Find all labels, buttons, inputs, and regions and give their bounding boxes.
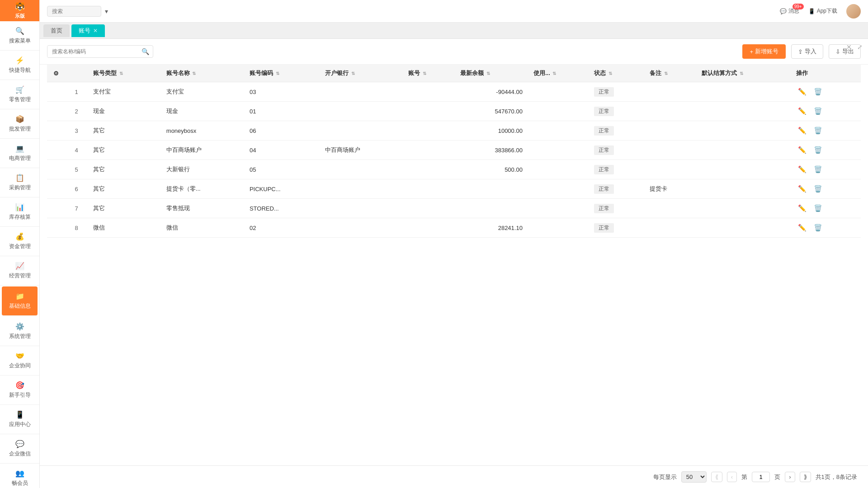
- sidebar-item-quicknav[interactable]: ⚡ 快捷导航: [0, 51, 39, 80]
- row-status: 正常: [589, 121, 644, 141]
- row-settings: [47, 82, 65, 102]
- add-account-button[interactable]: + 新增账号: [742, 44, 786, 59]
- search-button[interactable]: 🔍: [138, 46, 153, 57]
- search-input[interactable]: [47, 46, 138, 57]
- sort-icon: ⇅: [664, 71, 668, 76]
- tab-home[interactable]: 首页: [43, 24, 70, 37]
- row-code: 06: [244, 121, 320, 141]
- delete-button[interactable]: 🗑️: [812, 164, 824, 174]
- col-type[interactable]: 账号类型 ⇅: [88, 65, 161, 82]
- row-status: 正常: [589, 160, 644, 179]
- main-area: ▾ 💬 消息 99+ 📱 App下载 首页 账号 ✕ ✕: [40, 0, 868, 488]
- table-row: 6 其它 提货卡（零... PICKUPC... 正常 提货卡 ✏️ 🗑️: [47, 179, 861, 199]
- edit-button[interactable]: ✏️: [796, 106, 808, 116]
- sidebar-item-guide[interactable]: 🎯 新手引导: [0, 375, 39, 405]
- row-usage: [528, 102, 589, 121]
- sidebar-item-label: 零售管理: [9, 96, 31, 103]
- sidebar-item-member[interactable]: 👥 畅会员: [0, 464, 39, 488]
- col-remark[interactable]: 备注 ⇅: [644, 65, 696, 82]
- sidebar-item-basic[interactable]: 📁 基础信息: [2, 286, 38, 316]
- edit-button[interactable]: ✏️: [796, 145, 808, 155]
- sidebar-item-search[interactable]: 🔍 搜索菜单: [0, 21, 39, 51]
- user-avatar[interactable]: [846, 4, 861, 19]
- row-default-payment: [696, 179, 791, 199]
- edit-button[interactable]: ✏️: [796, 223, 808, 233]
- sidebar-item-appcenter[interactable]: 📱 应用中心: [0, 405, 39, 434]
- row-bank: [320, 102, 403, 121]
- page-first-button[interactable]: ⟪: [711, 472, 722, 482]
- sidebar-item-wechat[interactable]: 💬 企业微信: [0, 434, 39, 464]
- row-type: 其它: [88, 121, 161, 141]
- page-number-input[interactable]: [752, 472, 770, 482]
- col-settings[interactable]: ⚙: [47, 65, 65, 82]
- row-actions: ✏️ 🗑️: [791, 160, 861, 179]
- quicknav-icon: ⚡: [15, 56, 24, 65]
- col-usage[interactable]: 使用... ⇅: [528, 65, 589, 82]
- sidebar-item-system[interactable]: ⚙️ 系统管理: [0, 317, 39, 346]
- ecommerce-icon: 💻: [15, 144, 24, 153]
- retail-icon: 🛒: [15, 85, 24, 94]
- col-code[interactable]: 账号编码 ⇅: [244, 65, 320, 82]
- page-size-select[interactable]: 50 20 100: [681, 471, 707, 483]
- window-expand-button[interactable]: ⤢: [855, 42, 864, 52]
- col-status[interactable]: 状态 ⇅: [589, 65, 644, 82]
- row-usage: [528, 141, 589, 160]
- tab-account[interactable]: 账号 ✕: [71, 24, 105, 37]
- row-code: 05: [244, 160, 320, 179]
- sort-icon: ⇅: [276, 71, 279, 76]
- delete-button[interactable]: 🗑️: [812, 87, 824, 97]
- logo-icon: 🐯: [15, 2, 25, 12]
- sidebar-item-inventory[interactable]: 📊 库存核算: [0, 197, 39, 227]
- col-name[interactable]: 账号名称 ⇅: [161, 65, 244, 82]
- delete-button[interactable]: 🗑️: [812, 145, 824, 155]
- col-account[interactable]: 账号 ⇅: [403, 65, 455, 82]
- app-download-button[interactable]: 📱 App下载: [808, 7, 837, 15]
- edit-button[interactable]: ✏️: [796, 203, 808, 213]
- row-code: 01: [244, 102, 320, 121]
- edit-button[interactable]: ✏️: [796, 87, 808, 97]
- delete-button[interactable]: 🗑️: [812, 223, 824, 233]
- edit-button[interactable]: ✏️: [796, 184, 808, 194]
- delete-button[interactable]: 🗑️: [812, 203, 824, 213]
- status-badge: 正常: [594, 126, 614, 136]
- sidebar-item-ecommerce[interactable]: 💻 电商管理: [0, 139, 39, 168]
- page-prev-button[interactable]: ‹: [727, 472, 737, 482]
- row-usage: [528, 199, 589, 218]
- row-bank: [320, 218, 403, 238]
- page-suffix: 页: [774, 473, 780, 481]
- sidebar-item-agreement[interactable]: 🤝 企业协同: [0, 346, 39, 375]
- col-balance[interactable]: 最新余额 ⇅: [455, 65, 528, 82]
- page-last-button[interactable]: ⟫: [800, 472, 811, 482]
- tab-close-icon[interactable]: ✕: [93, 28, 98, 33]
- sort-icon: ⇅: [192, 71, 196, 76]
- edit-button[interactable]: ✏️: [796, 164, 808, 174]
- delete-button[interactable]: 🗑️: [812, 184, 824, 194]
- col-bank[interactable]: 开户银行 ⇅: [320, 65, 403, 82]
- delete-button[interactable]: 🗑️: [812, 126, 824, 136]
- row-name: 大新银行: [161, 160, 244, 179]
- sidebar-item-operation[interactable]: 📈 经营管理: [0, 256, 39, 286]
- edit-button[interactable]: ✏️: [796, 126, 808, 136]
- row-type: 现金: [88, 102, 161, 121]
- message-icon: 💬: [780, 8, 787, 14]
- top-search-input[interactable]: [47, 6, 101, 17]
- sidebar-item-purchase[interactable]: 📋 采购管理: [0, 168, 39, 197]
- sidebar-item-capital[interactable]: 💰 资金管理: [0, 227, 39, 256]
- sidebar-item-label: 资金管理: [9, 243, 31, 250]
- row-idx: 2: [65, 102, 88, 121]
- row-default-payment: [696, 82, 791, 102]
- col-default-payment[interactable]: 默认结算方式 ⇅: [696, 65, 791, 82]
- sidebar-item-label: 企业协同: [9, 362, 31, 370]
- window-close-button[interactable]: ✕: [844, 42, 854, 52]
- dropdown-button[interactable]: ▾: [105, 8, 108, 15]
- sidebar-item-retail[interactable]: 🛒 零售管理: [0, 80, 39, 109]
- tab-home-label: 首页: [51, 27, 62, 35]
- sidebar-item-wholesale[interactable]: 📦 批发管理: [0, 109, 39, 139]
- page-next-button[interactable]: ›: [785, 472, 795, 482]
- row-default-payment: [696, 160, 791, 179]
- import-button[interactable]: ⇪ 导入: [791, 44, 823, 59]
- delete-button[interactable]: 🗑️: [812, 106, 824, 116]
- messages-button[interactable]: 💬 消息 99+: [780, 7, 799, 15]
- row-actions: ✏️ 🗑️: [791, 179, 861, 199]
- row-actions: ✏️ 🗑️: [791, 218, 861, 238]
